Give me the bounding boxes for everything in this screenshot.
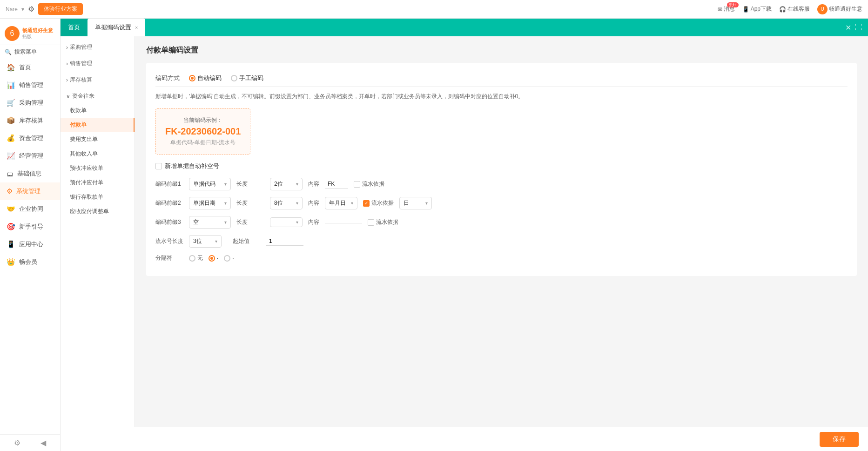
sub-nav-group: ›库存核算: [61, 73, 135, 87]
sub-nav-header[interactable]: ›采购管理: [61, 40, 135, 54]
separator-dot2[interactable]: ·: [224, 255, 234, 262]
chevron-down-icon[interactable]: ▾: [21, 6, 24, 13]
nav-item-purchase[interactable]: 🛒采购管理: [0, 94, 60, 112]
length-select-2[interactable]: 8位 ▾: [270, 197, 303, 209]
sub-nav-item-advance_payment[interactable]: 预付冲应付单: [61, 175, 135, 190]
sub-nav-arrow: ›: [66, 77, 68, 83]
waterfall-box-3[interactable]: [368, 219, 374, 226]
settings-icon[interactable]: ⚙: [28, 5, 34, 13]
save-button[interactable]: 保存: [820, 432, 859, 447]
sidebar-nav: 🏠首页📊销售管理🛒采购管理📦库存核算💰资金管理📈经营管理🗂基础信息⚙系统管理🤝企…: [0, 59, 60, 434]
tab-bar: 首页单据编码设置× ✕ ⛶: [61, 19, 868, 36]
nav-label-newbie: 新手引导: [19, 222, 43, 231]
waterfall-box-2[interactable]: ✓: [363, 200, 370, 207]
content-select-2[interactable]: 年月日 ▾: [325, 197, 357, 209]
sep-dot-radio[interactable]: [209, 255, 215, 262]
logo-char: 6: [10, 29, 14, 38]
nav-item-operations[interactable]: 📈经营管理: [0, 147, 60, 165]
prefix-label-1: 编码前缀1: [155, 180, 183, 188]
sub-nav-group-label: 采购管理: [70, 43, 92, 51]
nav-item-newbie[interactable]: 🎯新手引导: [0, 218, 60, 236]
waterfall-label-3: 流水依据: [376, 218, 398, 226]
close-window-icon[interactable]: ✕: [845, 23, 851, 32]
tab-encoding[interactable]: 单据编码设置×: [87, 19, 145, 36]
length-select-1[interactable]: 2位 ▾: [270, 178, 303, 190]
online-service-label: 在线客服: [787, 5, 810, 13]
nav-item-system[interactable]: ⚙系统管理: [0, 182, 60, 200]
start-value-input[interactable]: [266, 237, 303, 246]
auto-increment-row: 新增单据自动补空号: [155, 162, 848, 170]
manual-encoding-label: 手工编码: [239, 74, 263, 82]
length-select-3[interactable]: ▾: [270, 217, 303, 227]
chevron-icon: ▾: [215, 239, 217, 244]
serial-length-select[interactable]: 3位 ▾: [189, 235, 222, 248]
prefix-select-2[interactable]: 单据日期 ▾: [189, 197, 231, 209]
sub-nav-group-label: 库存核算: [70, 76, 92, 84]
manual-encoding-option[interactable]: 手工编码: [231, 74, 263, 82]
nav-label-sales: 销售管理: [19, 81, 43, 89]
manual-encoding-radio[interactable]: [231, 75, 237, 81]
prefix-select-1[interactable]: 单据代码 ▾: [189, 178, 231, 190]
prefix-select-3[interactable]: 空 ▾: [189, 216, 231, 229]
waterfall-checkbox-2[interactable]: ✓ 流水依据: [363, 199, 394, 207]
app-download-label: App下载: [751, 5, 772, 13]
tab-close-encoding[interactable]: ×: [135, 25, 138, 30]
nav-label-apps: 应用中心: [19, 240, 43, 249]
sub-nav-item-receivable_adjust[interactable]: 应收应付调整单: [61, 204, 135, 219]
code-preview: 当前编码示例： FK-20230602-001 单据代码-单据日期-流水号: [155, 108, 250, 155]
settings-bottom-icon[interactable]: ⚙: [14, 438, 20, 447]
sep-none-radio[interactable]: [189, 255, 195, 262]
sub-nav-item-payment[interactable]: 付款单: [61, 118, 135, 132]
nav-label-system: 系统管理: [16, 187, 40, 195]
sidebar-bottom: ⚙ ◀: [0, 434, 60, 451]
auto-increment-checkbox[interactable]: [155, 163, 162, 169]
sep-dot2-radio[interactable]: [224, 255, 230, 262]
nav-item-enterprise[interactable]: 🤝企业协同: [0, 200, 60, 218]
encoding-method-row: 编码方式 自动编码 手工编码: [155, 70, 848, 87]
prefix-value-3: 空: [193, 218, 199, 226]
maximize-icon[interactable]: ⛶: [855, 23, 862, 32]
app-download-btn[interactable]: 📱 App下载: [742, 5, 772, 13]
granularity-value: 日: [404, 199, 409, 207]
nav-icon-basic: 🗂: [7, 170, 13, 178]
sub-nav-item-bank_deposit[interactable]: 银行存取款单: [61, 190, 135, 204]
tab-home[interactable]: 首页: [61, 19, 87, 36]
separator-none[interactable]: 无: [189, 254, 203, 262]
waterfall-checkbox-3[interactable]: 流水依据: [368, 218, 398, 226]
separator-dot[interactable]: ·: [209, 255, 218, 262]
user-info[interactable]: U 畅通逍好生意: [817, 4, 862, 14]
waterfall-checkbox-1[interactable]: 流水依据: [354, 180, 384, 188]
sub-nav-item-other_income[interactable]: 其他收入单: [61, 147, 135, 161]
nav-icon-enterprise: 🤝: [7, 205, 15, 213]
online-service-btn[interactable]: 🎧 在线客服: [779, 5, 810, 13]
auto-increment-label: 新增单据自动补空号: [165, 162, 219, 170]
experience-btn[interactable]: 体验行业方案: [38, 3, 83, 15]
sub-nav-header[interactable]: ›销售管理: [61, 56, 135, 71]
sub-nav-header[interactable]: ∨资金往来: [61, 89, 135, 103]
nav-item-finance[interactable]: 💰资金管理: [0, 129, 60, 147]
main-content: 付款单编码设置 编码方式 自动编码 手工编码: [135, 36, 868, 427]
nav-item-apps[interactable]: 📱应用中心: [0, 236, 60, 253]
messages-btn[interactable]: ✉ 消息 99+: [718, 5, 735, 13]
nav-item-basic[interactable]: 🗂基础信息: [0, 165, 60, 182]
sub-nav-header[interactable]: ›库存核算: [61, 73, 135, 87]
sub-nav-item-expense[interactable]: 费用支出单: [61, 132, 135, 147]
search-menu-label: 搜索菜单: [14, 48, 37, 56]
nav-item-member[interactable]: 👑畅会员: [0, 253, 60, 271]
nav-label-finance: 资金管理: [19, 134, 43, 142]
granularity-select[interactable]: 日 ▾: [399, 197, 432, 209]
nav-item-sales[interactable]: 📊销售管理: [0, 76, 60, 94]
code-preview-value: FK-20230602-001: [165, 126, 241, 137]
sub-nav-item-advance_receive[interactable]: 预收冲应收单: [61, 161, 135, 175]
nav-item-inventory[interactable]: 📦库存核算: [0, 112, 60, 129]
content-value-2: 年月日: [329, 199, 346, 207]
nav-label-purchase: 采购管理: [19, 99, 43, 107]
auto-encoding-radio[interactable]: [189, 75, 195, 81]
nav-label-home: 首页: [19, 63, 31, 72]
nav-item-home[interactable]: 🏠首页: [0, 59, 60, 76]
sub-nav-item-receive[interactable]: 收款单: [61, 103, 135, 118]
auto-encoding-option[interactable]: 自动编码: [189, 74, 222, 82]
waterfall-box-1[interactable]: [354, 181, 360, 188]
search-menu-btn[interactable]: 🔍 搜索菜单: [0, 45, 60, 59]
collapse-icon[interactable]: ◀: [40, 438, 46, 447]
